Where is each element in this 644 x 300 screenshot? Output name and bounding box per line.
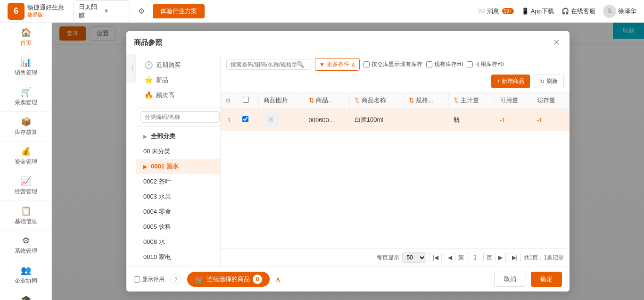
toolbar-right: + 新增商品 ↻ 刷新: [491, 75, 564, 88]
row-code: 000600...: [304, 109, 349, 131]
checkbox-available-label: 现有库存≠0: [434, 60, 463, 68]
collapse-footer-btn[interactable]: ∧: [275, 275, 281, 284]
product-reference-modal: 商品参照 ✕ 《: [126, 31, 570, 292]
sidebar-item-purchase[interactable]: 🛒 采购管理: [0, 82, 51, 112]
management-icon: 📈: [21, 176, 31, 186]
checkbox-by-warehouse-label: 按仓库显示现有库存: [372, 60, 422, 68]
col-code[interactable]: ⇅ 商品...: [304, 92, 349, 109]
col-name[interactable]: ⇅ 商品名称: [350, 92, 404, 109]
checkbox-by-warehouse-input[interactable]: [363, 61, 370, 67]
sidebar-item-collab-label: 企业协同: [15, 277, 37, 285]
home-icon: 🏠: [21, 27, 31, 38]
col-available: 可用量: [495, 92, 532, 109]
page-size-select[interactable]: 50 10 20 100: [402, 252, 426, 263]
product-search-icon[interactable]: 🔍: [297, 61, 304, 68]
col-image: 商品图片: [259, 92, 304, 109]
page-first-btn[interactable]: |◀: [429, 253, 441, 262]
tab-new-product[interactable]: ⭐ 新品: [140, 73, 216, 87]
message-icon: 📨: [478, 8, 485, 15]
modal-header: 商品参照 ✕: [126, 31, 570, 54]
app-download-label: App下载: [531, 7, 554, 16]
col-unit[interactable]: ⇅ 主计量: [449, 92, 495, 109]
modal-title: 商品参照: [134, 38, 162, 47]
headset-icon: 🎧: [561, 8, 569, 15]
cat-0008-label: 0008 水: [143, 238, 165, 246]
checkbox-usable-nonzero[interactable]: 可用库存≠0: [467, 60, 504, 68]
col-spec[interactable]: ⇅ 规格...: [404, 92, 449, 109]
left-collapse-btn[interactable]: 《: [126, 54, 136, 83]
page-prev-btn[interactable]: ◀: [445, 253, 455, 262]
modal-close-btn[interactable]: ✕: [551, 37, 562, 48]
cat-item-0001[interactable]: 0001 酒水: [136, 159, 220, 174]
cart-label: 连续选择的商品: [207, 275, 250, 283]
sidebar-item-sales[interactable]: 📊 销售管理: [0, 52, 51, 82]
settings-icon-btn[interactable]: ⚙: [134, 4, 149, 19]
footer-right: 取消 确定: [494, 272, 562, 287]
checkbox-by-warehouse[interactable]: 按仓库显示现有库存: [363, 60, 422, 68]
tenant-dropdown[interactable]: 日太阳膜 ▼: [74, 0, 130, 22]
logo-title: 畅捷通好生意: [27, 4, 64, 12]
user-area[interactable]: 头 徐泽华: [603, 5, 636, 18]
sidebar-item-home[interactable]: 🏠 首页: [0, 23, 51, 52]
checkbox-available-input[interactable]: [426, 61, 432, 67]
nav-right: 📨 消息 99+ 📱 App下载 🎧 在线客服 头 徐泽华: [478, 5, 636, 18]
filter-more-btn[interactable]: ▼ 更多条件 ∧: [315, 58, 360, 71]
category-search-input[interactable]: [140, 111, 220, 123]
online-service-label: 在线客服: [571, 7, 595, 16]
sidebar-item-finance[interactable]: 💰 资金管理: [0, 142, 51, 171]
sidebar-item-collab[interactable]: 👥 企业协同: [0, 260, 51, 290]
sidebar-item-sales-label: 销售管理: [15, 69, 37, 77]
page-last-btn[interactable]: ▶|: [509, 253, 521, 262]
cat-item-all[interactable]: 全部分类: [136, 129, 220, 144]
cancel-btn[interactable]: 取消: [494, 272, 526, 287]
filter-caret: ∧: [351, 61, 355, 68]
confirm-btn[interactable]: 确定: [531, 272, 562, 287]
cat-item-0008[interactable]: 0008 水: [136, 234, 220, 250]
cat-0005-label: 0005 饮料: [143, 223, 171, 231]
cat-item-0002[interactable]: 0002 茶叶: [136, 174, 220, 189]
cat-item-00[interactable]: 00 未分类: [136, 144, 220, 159]
col-settings-icon[interactable]: ⚙: [225, 97, 231, 104]
sidebar-item-system[interactable]: ⚙ 系统管理: [0, 231, 51, 260]
cat-item-0004[interactable]: 0004 零食: [136, 204, 220, 219]
sidebar-item-basic[interactable]: 📋 基础信息: [0, 201, 51, 231]
page-input[interactable]: [467, 253, 484, 262]
add-product-btn[interactable]: + 新增商品: [491, 75, 530, 88]
select-all-checkbox[interactable]: [243, 97, 249, 103]
guide-icon: 🎓: [21, 295, 31, 300]
product-search-input[interactable]: [231, 61, 297, 68]
logo-area: 6 畅捷通好生意 捷易版: [8, 3, 64, 20]
cat-0002-label: 0002 茶叶: [143, 177, 171, 186]
show-disabled-input[interactable]: [134, 276, 140, 283]
help-icon-btn[interactable]: ?: [170, 274, 182, 285]
page-label: 第: [458, 254, 464, 262]
row-num: 1: [221, 109, 238, 131]
cat-item-0010[interactable]: 0010 家电: [136, 250, 220, 265]
sidebar-item-guide[interactable]: 🎓 新手引导: [0, 290, 51, 300]
row-spec: [404, 109, 449, 131]
trial-btn[interactable]: 体验行业方案: [153, 4, 205, 18]
cat-item-0003[interactable]: 0003 水果: [136, 189, 220, 204]
online-service-btn[interactable]: 🎧 在线客服: [561, 7, 595, 16]
total-info: 共1页，1条记录: [524, 254, 564, 262]
tab-recent-purchase[interactable]: 🕐 近期购买: [140, 58, 216, 72]
checkbox-usable-input[interactable]: [467, 61, 473, 67]
category-list: 全部分类 00 未分类 0001 酒水 0002 茶: [136, 127, 220, 267]
row-checkbox[interactable]: [242, 116, 248, 122]
app-download-btn[interactable]: 📱 App下载: [521, 7, 554, 16]
page-size-label: 每页显示: [377, 254, 399, 262]
logo-sub: 捷易版: [27, 11, 64, 18]
page-next-btn[interactable]: ▶: [495, 253, 506, 262]
system-icon: ⚙: [22, 235, 30, 246]
cat-item-0005[interactable]: 0005 饮料: [136, 219, 220, 234]
sidebar-item-inventory[interactable]: 📦 库存核算: [0, 112, 51, 142]
col-unit-sort-icon: ⇅: [454, 97, 459, 104]
tab-frequent[interactable]: 🔥 频次高: [140, 88, 216, 102]
show-disabled-checkbox[interactable]: 显示停用: [134, 275, 165, 283]
message-btn[interactable]: 📨 消息 99+: [478, 7, 514, 16]
table-row[interactable]: 1 图 000600... 白酒100ml: [221, 109, 570, 131]
checkbox-available-nonzero[interactable]: 现有库存≠0: [426, 60, 463, 68]
refresh-btn[interactable]: ↻ 刷新: [534, 75, 564, 88]
cart-btn[interactable]: 🛒 连续选择的商品 0: [187, 272, 270, 287]
sidebar-item-management[interactable]: 📈 经营管理: [0, 171, 51, 201]
